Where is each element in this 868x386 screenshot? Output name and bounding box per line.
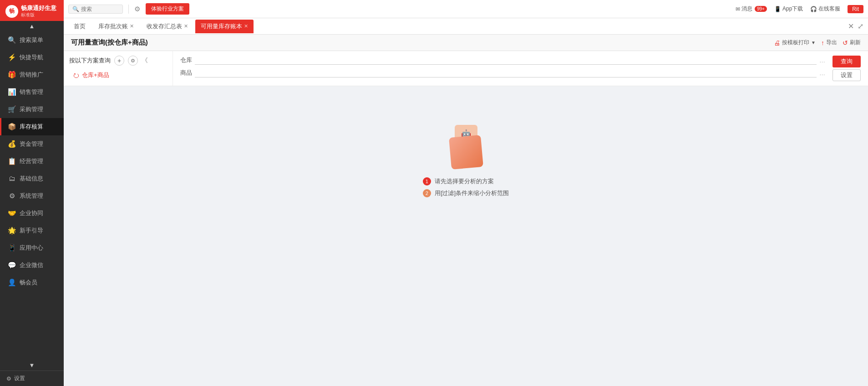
- sidebar-item-system[interactable]: ⚙ 系统管理: [0, 187, 64, 205]
- topbar-gear-icon[interactable]: ⚙: [134, 5, 140, 13]
- sidebar-item-label: 营销推广: [20, 71, 43, 79]
- tab-expand-icon[interactable]: ⤢: [858, 22, 863, 31]
- sidebar-bottom[interactable]: ⚙ 设置: [0, 371, 64, 386]
- sidebar-item-sales[interactable]: 📊 销售管理: [0, 83, 64, 101]
- phone-icon: 📱: [774, 6, 781, 12]
- sidebar-item-operations[interactable]: 📋 经营管理: [0, 153, 64, 170]
- messages-badge: 99+: [755, 6, 767, 12]
- step-number-1: 1: [423, 177, 431, 185]
- sidebar-item-apps[interactable]: 📱 应用中心: [0, 239, 64, 257]
- scheme-item-warehouse-product[interactable]: ⭮ 仓库+商品: [69, 69, 167, 81]
- filter-area: 仓库 … 商品 … 查询 设置: [173, 51, 868, 86]
- topbar: 🔍 ⚙ 体验行业方案 ✉ 消息 99+ 📱 App下载 🎧 在线客服 Rit: [64, 0, 868, 18]
- sidebar-item-wechat[interactable]: 💬 企业微信: [0, 257, 64, 274]
- scheme-list: ⭮ 仓库+商品: [69, 69, 167, 81]
- tab-batch-label: 库存批次账: [98, 22, 128, 31]
- export-icon: ↑: [821, 39, 824, 46]
- scroll-down-btn[interactable]: ▼: [0, 360, 64, 371]
- sidebar-item-basics[interactable]: 🗂 基础信息: [0, 170, 64, 187]
- app-logo-icon: 畅: [5, 5, 18, 18]
- sidebar-item-label: 经营管理: [20, 157, 43, 165]
- user-icon: 👤: [8, 278, 16, 287]
- empty-step-2: 2 用[过滤]条件来缩小分析范围: [423, 189, 509, 197]
- empty-box-shape: [449, 135, 483, 170]
- page-content: 可用量查询(按仓库+商品) 🖨 按模板打印 ▼ ↑ 导出 ↺ 刷新: [64, 35, 868, 386]
- app-download-label: App下载: [782, 5, 803, 13]
- tab-summary[interactable]: 收发存汇总表 ✕: [141, 20, 193, 33]
- topbar-search-input[interactable]: [81, 6, 117, 12]
- app-download-button[interactable]: 📱 App下载: [774, 5, 803, 13]
- sidebar-item-label: 新手引导: [20, 226, 43, 235]
- topbar-search-icon: 🔍: [72, 6, 79, 12]
- app-info: 畅康通好生意 标准版: [21, 5, 56, 18]
- tab-batch-close-icon[interactable]: ✕: [130, 23, 134, 29]
- sidebar-item-purchase[interactable]: 🛒 采购管理: [0, 101, 64, 118]
- online-service-label: 在线客服: [818, 5, 840, 13]
- query-filter-container: 按以下方案查询 + ⚙ 《 ⭮ 仓库+商品 仓库: [64, 51, 868, 86]
- empty-state: 🤖 1 请先选择要分析的方案 2 用[过滤]条件来缩小分析范围: [64, 86, 868, 234]
- refresh-icon: ↺: [843, 39, 848, 46]
- star-icon: 🌟: [8, 226, 16, 235]
- page-header-actions: 🖨 按模板打印 ▼ ↑ 导出 ↺ 刷新: [774, 39, 861, 46]
- sidebar-header: 畅 畅康通好生意 标准版: [0, 0, 64, 21]
- sidebar-item-label: 系统管理: [20, 192, 43, 200]
- messages-label: 消息: [741, 5, 752, 13]
- search-icon: 🔍: [8, 36, 16, 44]
- sidebar-bottom-label: 设置: [14, 375, 25, 382]
- online-service-button[interactable]: 🎧 在线客服: [810, 5, 840, 13]
- sidebar-item-label: 库存核算: [20, 123, 43, 131]
- query-label: 按以下方案查询: [69, 57, 111, 65]
- export-action[interactable]: ↑ 导出: [821, 39, 837, 46]
- filter-inputs: 仓库 … 商品 …: [180, 56, 825, 77]
- tab-batch[interactable]: 库存批次账 ✕: [93, 20, 139, 33]
- scheme-icon: ⭮: [73, 72, 79, 79]
- tab-home[interactable]: 首页: [68, 20, 91, 33]
- scheme-settings-button[interactable]: ⚙: [128, 56, 138, 66]
- refresh-action[interactable]: ↺ 刷新: [843, 39, 861, 46]
- scroll-up-btn[interactable]: ▲: [0, 21, 64, 31]
- add-scheme-button[interactable]: +: [114, 56, 124, 66]
- sidebar-item-finance[interactable]: 💰 资金管理: [0, 135, 64, 153]
- product-filter-label: 商品: [180, 69, 192, 77]
- user-avatar[interactable]: Rit: [848, 5, 863, 13]
- topbar-search-box[interactable]: 🔍: [68, 5, 123, 14]
- tab-close-all-icon[interactable]: ✕: [848, 22, 854, 31]
- chat-icon: 💬: [8, 261, 16, 269]
- sidebar-item-member[interactable]: 👤 畅会员: [0, 274, 64, 291]
- sidebar-item-shortcut[interactable]: ⚡ 快捷导航: [0, 49, 64, 66]
- folder-icon: 🗂: [8, 175, 16, 182]
- tab-available-label: 可用量库存账本: [201, 22, 242, 31]
- handshake-icon: 🤝: [8, 209, 16, 217]
- warehouse-more-button[interactable]: …: [819, 57, 825, 64]
- collapse-panel-button[interactable]: 《: [142, 57, 148, 65]
- tab-summary-label: 收发存汇总表: [147, 22, 182, 31]
- filter-actions: 查询 设置: [832, 56, 861, 81]
- empty-steps-list: 1 请先选择要分析的方案 2 用[过滤]条件来缩小分析范围: [423, 177, 509, 197]
- step-1-text: 请先选择要分析的方案: [435, 177, 494, 185]
- empty-step-1: 1 请先选择要分析的方案: [423, 177, 509, 185]
- sidebar-item-enterprise[interactable]: 🤝 企业协同: [0, 205, 64, 222]
- sidebar-nav: 🔍 搜索菜单 ⚡ 快捷导航 🎁 营销推广 📊 销售管理 🛒 采购管理 📦 库存核…: [0, 31, 64, 360]
- topbar-right-area: ✉ 消息 99+ 📱 App下载 🎧 在线客服 Rit: [736, 5, 863, 13]
- tab-summary-close-icon[interactable]: ✕: [184, 23, 188, 29]
- main-content: 🔍 ⚙ 体验行业方案 ✉ 消息 99+ 📱 App下载 🎧 在线客服 Rit: [64, 0, 868, 386]
- query-button[interactable]: 查询: [832, 56, 861, 67]
- filter-settings-button[interactable]: 设置: [832, 69, 861, 81]
- sidebar-item-inventory[interactable]: 📦 库存核算: [0, 118, 64, 135]
- product-more-button[interactable]: …: [819, 70, 825, 77]
- print-label: 按模板打印: [782, 39, 809, 46]
- product-filter-input[interactable]: [195, 68, 817, 77]
- gift-icon: 🎁: [8, 71, 16, 79]
- lightning-icon: ⚡: [8, 53, 16, 62]
- sidebar-item-newbie[interactable]: 🌟 新手引导: [0, 222, 64, 239]
- messages-button[interactable]: ✉ 消息 99+: [736, 5, 767, 13]
- tab-available-close-icon[interactable]: ✕: [244, 23, 248, 29]
- sidebar-item-search[interactable]: 🔍 搜索菜单: [0, 31, 64, 49]
- warehouse-filter-input[interactable]: [195, 56, 817, 65]
- sidebar-item-marketing[interactable]: 🎁 营销推广: [0, 66, 64, 83]
- query-scheme-panel: 按以下方案查询 + ⚙ 《 ⭮ 仓库+商品: [64, 51, 173, 86]
- print-action[interactable]: 🖨 按模板打印 ▼: [774, 39, 816, 46]
- tab-available[interactable]: 可用量库存账本 ✕: [195, 20, 254, 33]
- box-icon: 📦: [8, 123, 16, 131]
- industry-solution-button[interactable]: 体验行业方案: [146, 3, 189, 15]
